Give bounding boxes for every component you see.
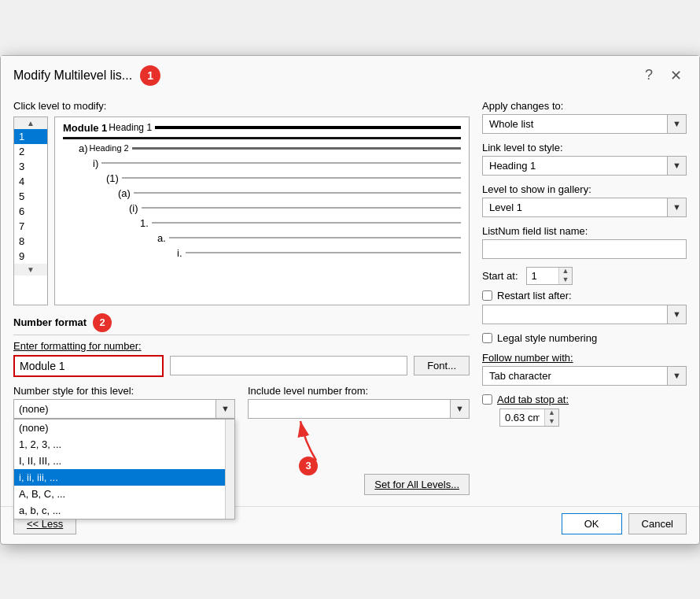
start-at-spinner: ▲ ▼: [526, 267, 573, 285]
title-bar-right: ? ✕: [640, 65, 687, 86]
follow-input[interactable]: [482, 366, 667, 386]
preview-label-9: a.: [157, 232, 166, 244]
add-tab-row: Add tab stop at:: [482, 394, 687, 405]
add-tab-spinner: ▲ ▼: [499, 409, 559, 427]
number-style-dropdown-btn[interactable]: ▼: [216, 399, 235, 419]
option-abc[interactable]: a, b, c, ...: [14, 502, 225, 519]
preview-label-1: Module 1: [63, 122, 107, 134]
level-section-label: Click level to modify:: [13, 100, 470, 112]
number-style-dropdown: (none) ▼: [13, 399, 235, 419]
format-text-input[interactable]: [13, 355, 164, 377]
close-button[interactable]: ✕: [665, 65, 687, 86]
start-spinner-btns: ▲ ▼: [558, 268, 573, 284]
font-button[interactable]: Font...: [414, 356, 470, 375]
preview-label-5: (1): [106, 172, 119, 184]
preview-label-8: 1.: [140, 217, 149, 229]
ok-button[interactable]: OK: [562, 513, 622, 534]
restart-label: Restart list after:: [497, 290, 572, 301]
set-all-levels-btn[interactable]: Set for All Levels...: [364, 474, 470, 495]
badge3-container: 3: [13, 417, 470, 475]
number-style-value: (none): [13, 399, 216, 419]
gallery-dropdown: ▼: [482, 198, 687, 217]
preview-line-7: [142, 207, 461, 209]
cancel-button[interactable]: Cancel: [628, 513, 687, 534]
gallery-input[interactable]: [482, 198, 667, 217]
help-button[interactable]: ?: [640, 65, 658, 85]
add-tab-label: Add tab stop at:: [497, 394, 569, 405]
include-level-col: Include level number from: ▼: [248, 385, 470, 419]
legal-checkbox[interactable]: [482, 333, 492, 343]
follow-dropdown-btn[interactable]: ▼: [667, 366, 687, 386]
link-style-label: Link level to style:: [482, 142, 687, 153]
level-item-3[interactable]: 3: [14, 159, 47, 174]
format-ext-input[interactable]: [170, 356, 407, 375]
preview-label-4: i): [93, 157, 98, 169]
ok-cancel-row: OK Cancel: [562, 513, 687, 534]
add-tab-spinner-btns: ▲ ▼: [544, 409, 558, 426]
restart-dropdown-btn[interactable]: ▼: [667, 305, 687, 324]
follow-dropdown: ▼: [482, 366, 687, 386]
level-item-7[interactable]: 7: [14, 219, 47, 234]
title-bar-left: Modify Multilevel lis... 1: [13, 65, 160, 86]
preview-box: Module 1 Heading 1 a) Heading 2 i): [54, 116, 470, 305]
number-format-title: Number format 2: [13, 313, 470, 335]
add-tab-up-btn[interactable]: ▲: [545, 409, 558, 418]
level-item-8[interactable]: 8: [14, 234, 47, 249]
preview-item-9: a.: [157, 232, 461, 244]
apply-changes-input[interactable]: [482, 114, 667, 134]
add-tab-checkbox[interactable]: [482, 394, 492, 405]
preview-line-1: [155, 126, 461, 129]
include-level-input[interactable]: [248, 399, 450, 419]
listnum-input[interactable]: [482, 239, 687, 259]
follow-label: Follow number with:: [482, 352, 687, 364]
legal-label: Legal style numbering: [497, 332, 597, 344]
option-ABC[interactable]: A, B, C, ...: [14, 486, 225, 502]
link-style-input[interactable]: [482, 156, 667, 176]
level-item-4[interactable]: 4: [14, 174, 47, 189]
level-item-5[interactable]: 5: [14, 189, 47, 204]
preview-line-9: [169, 237, 461, 238]
level-scroll-down[interactable]: ▼: [14, 264, 47, 275]
level-item-9[interactable]: 9: [14, 249, 47, 264]
dialog-title: Modify Multilevel lis...: [13, 68, 132, 83]
preview-item-4: i): [93, 157, 461, 169]
number-style-label: Number style for this level:: [13, 385, 235, 397]
preview-item-8: 1.: [140, 217, 461, 229]
preview-label-10: i.: [177, 247, 182, 259]
preview-line-4: [101, 162, 461, 164]
level-list: ▲ 1 2 3 4 5 6 7 8 9 ▼: [13, 116, 48, 305]
preview-item-2: [63, 137, 461, 139]
preview-line-5: [122, 177, 461, 179]
number-format-section: Number format 2 Enter formatting for num…: [13, 313, 470, 495]
level-item-1[interactable]: 1: [14, 129, 47, 144]
badge-2: 2: [93, 313, 112, 332]
gallery-dropdown-btn[interactable]: ▼: [667, 198, 687, 217]
start-at-label: Start at:: [482, 270, 518, 282]
start-at-input[interactable]: [527, 268, 558, 284]
add-tab-spinner-row: ▲ ▼: [499, 409, 687, 427]
preview-item-6: (a): [118, 187, 461, 199]
apply-changes-dropdown-btn[interactable]: ▼: [667, 114, 687, 134]
restart-checkbox[interactable]: [482, 290, 492, 301]
preview-label-6: (a): [118, 187, 131, 199]
restart-input[interactable]: [482, 305, 667, 324]
link-style-dropdown-btn[interactable]: ▼: [667, 156, 687, 176]
add-tab-input[interactable]: [500, 409, 544, 426]
level-scroll-up[interactable]: ▲: [14, 117, 47, 129]
start-up-btn[interactable]: ▲: [559, 268, 573, 276]
modify-multilevel-dialog: Modify Multilevel lis... 1 ? ✕ Click lev…: [0, 55, 700, 545]
level-item-2[interactable]: 2: [14, 144, 47, 159]
start-down-btn[interactable]: ▼: [559, 275, 573, 284]
preview-label-3: a): [79, 142, 88, 154]
listnum-label: ListNum field list name:: [482, 225, 687, 237]
restart-row: Restart list after:: [482, 290, 687, 301]
preview-item-5: (1): [106, 172, 461, 184]
link-style-dropdown: ▼: [482, 156, 687, 176]
restart-dropdown: ▼: [482, 305, 687, 324]
add-tab-down-btn[interactable]: ▼: [545, 417, 558, 426]
preview-line-2: [63, 137, 461, 139]
level-item-6[interactable]: 6: [14, 204, 47, 219]
include-level-dropdown-btn[interactable]: ▼: [450, 399, 470, 419]
preview-line-10: [186, 252, 462, 253]
apply-changes-label: Apply changes to:: [482, 100, 687, 112]
